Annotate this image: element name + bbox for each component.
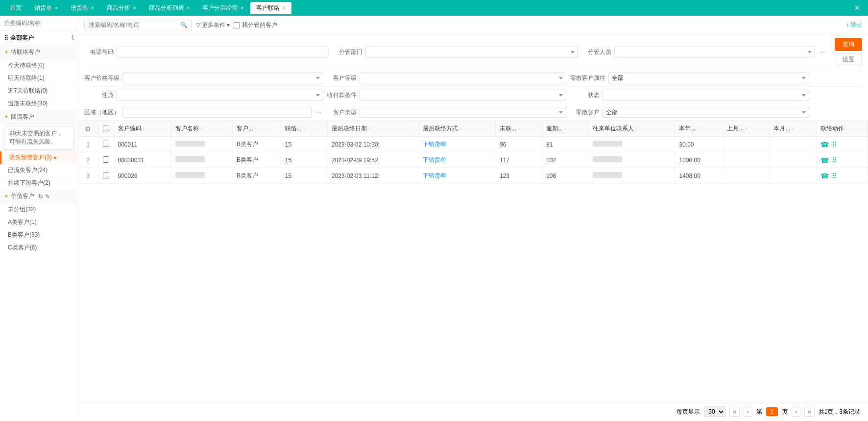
filter-phone-input[interactable] [117, 47, 329, 57]
nav-tab-analysis-list[interactable]: 商品分析列表 × [143, 2, 196, 14]
close-customer-tier-icon[interactable]: × [241, 5, 243, 11]
row-checkbox[interactable] [98, 152, 114, 168]
more-action-icon[interactable]: ⠿ [832, 156, 837, 164]
col-name[interactable]: 客户名称 [171, 121, 233, 137]
filter-dept-select[interactable] [365, 47, 578, 57]
filter-status-select[interactable] [603, 90, 809, 100]
first-page-btn[interactable]: « [729, 407, 740, 417]
row-action[interactable]: ☎ ⠿ [816, 137, 868, 152]
sidebar-item-today-contact[interactable]: 今天待联络(0) [0, 59, 78, 72]
filter-customer-grade-select[interactable] [360, 73, 566, 83]
col-contact[interactable]: 联络... [281, 121, 327, 137]
more-action-icon[interactable]: ⠿ [832, 141, 837, 149]
nav-tab-customer-tier[interactable]: 客户分层经营 × [196, 2, 249, 14]
row-select-checkbox[interactable] [103, 172, 109, 178]
row-last-way[interactable]: 下销货单 [419, 168, 496, 184]
sidebar-item-already-churned[interactable]: 已流失客户(24) [0, 164, 78, 177]
page-label-suffix: 页 [782, 408, 788, 416]
nav-tab-home[interactable]: 首页 [4, 2, 27, 14]
settings-button[interactable]: 设置 [835, 53, 862, 66]
close-analysis-icon[interactable]: × [133, 5, 136, 11]
nav-tab-sales[interactable]: 销货单 × [28, 2, 64, 14]
my-customers-filter[interactable]: 我分管的客户 [234, 21, 277, 29]
region-dots-icon[interactable]: ··· [314, 109, 323, 116]
prev-page-btn[interactable]: ‹ [744, 407, 752, 417]
sidebar-item-tomorrow-contact[interactable]: 明天待联络(1) [0, 72, 78, 85]
search-submit-icon[interactable]: 🔍 [180, 22, 188, 28]
row-checkbox[interactable] [98, 168, 114, 184]
sidebar-item-b-class[interactable]: B类客户(33) [0, 229, 78, 242]
sidebar-item-a-class[interactable]: A类客户(1) [0, 216, 78, 229]
filter-price-grade-select[interactable] [122, 73, 323, 83]
row-unit-contact [589, 152, 675, 168]
sidebar-item-7day-contact[interactable]: 近7天待联络(0) [0, 85, 78, 98]
col-settings[interactable]: ⚙ [78, 121, 98, 137]
row-last-way[interactable]: 下销货单 [419, 152, 496, 168]
filter-retail-customer-select[interactable]: 全部 [603, 107, 809, 118]
filter-person-select[interactable] [614, 47, 815, 57]
col-this-month[interactable]: 本月... [770, 121, 816, 137]
close-customer-contact-icon[interactable]: × [283, 5, 286, 11]
row-checkbox[interactable] [98, 137, 114, 152]
filter-region-input[interactable] [122, 107, 312, 118]
sidebar-item-declining[interactable]: 持续下滑客户(2) [0, 177, 78, 190]
last-page-btn[interactable]: » [804, 407, 815, 417]
filter-retail-attr-select[interactable]: 全部 [608, 73, 809, 83]
more-action-icon[interactable]: ⠿ [832, 172, 837, 180]
page-size-select[interactable]: 50 [704, 406, 725, 417]
more-conditions-btn[interactable]: ▽ 更多条件 ▾ [196, 21, 230, 29]
row-contact: 15 [281, 152, 327, 168]
sidebar-item-churn-warning[interactable]: 流失预警客户(3) ● [0, 151, 78, 164]
row-last-way-link[interactable]: 下销货单 [423, 141, 446, 148]
row-last-way-link[interactable]: 下销货单 [423, 172, 446, 179]
more-dots-icon[interactable]: ··· [818, 49, 827, 55]
sidebar-item-c-class[interactable]: C类客户(6) [0, 242, 78, 254]
close-purchase-icon[interactable]: × [91, 5, 94, 11]
close-sales-icon[interactable]: × [55, 5, 58, 11]
col-type[interactable]: 客户... [232, 121, 281, 137]
group-pending-contact[interactable]: ▼ 待联络客户 [0, 46, 78, 59]
next-page-btn[interactable]: › [792, 407, 800, 417]
nav-tab-purchase[interactable]: 进货单 × [65, 2, 100, 14]
contact-icon[interactable]: ☎ [820, 156, 829, 164]
filter-payment-select[interactable] [360, 90, 566, 100]
col-last-contact-date[interactable]: 最后联络日期 [327, 121, 418, 137]
row-action[interactable]: ☎ ⠿ [816, 152, 868, 168]
edit-icon[interactable]: ✎ [45, 193, 50, 200]
row-select-checkbox[interactable] [103, 141, 109, 147]
contact-icon[interactable]: ☎ [820, 172, 829, 180]
all-customers-header[interactable]: ⠿ 全部客户 《 [0, 31, 78, 46]
col-last-contact-way[interactable]: 最后联络方式 [419, 121, 496, 137]
col-overdue[interactable]: 逾期... [542, 121, 589, 137]
nav-tab-analysis[interactable]: 商品分析 × [101, 2, 142, 14]
filter-nature-select[interactable] [117, 90, 323, 100]
query-button[interactable]: 查询 [835, 38, 862, 51]
nav-tab-customer-contact[interactable]: 客户联络 × [250, 2, 291, 14]
export-btn[interactable]: ↑ 导出 [846, 21, 862, 29]
sidebar-item-overdue-contact[interactable]: 逾期未联络(30) [0, 98, 78, 110]
collapse-icon[interactable]: 《 [68, 34, 74, 42]
my-customers-checkbox[interactable] [234, 22, 240, 28]
col-this-year[interactable]: 本年... [675, 121, 723, 137]
col-not-contacted[interactable]: 未联... [495, 121, 542, 137]
refresh-icon[interactable]: ↻ [38, 193, 43, 200]
table-settings-icon[interactable]: ⚙ [85, 125, 91, 133]
sidebar-item-no-group[interactable]: 未分组(32) [0, 203, 78, 216]
row-last-way[interactable]: 下销货单 [419, 137, 496, 152]
group-value-customers[interactable]: ▼ 价值客户 ↻ ✎ [0, 190, 78, 203]
filter-retail-customer-label: 零散客户 [570, 108, 600, 117]
col-unit-contact[interactable]: 往来单位联系人 [589, 121, 675, 137]
window-close-icon[interactable]: ✕ [850, 2, 864, 14]
select-all-checkbox[interactable] [103, 125, 109, 131]
row-last-way-link[interactable]: 下销货单 [423, 156, 446, 163]
main-search-input[interactable] [89, 22, 178, 28]
group-returning-customers[interactable]: ▼ 回流客户 [0, 110, 78, 124]
col-last-month[interactable]: 上月... [723, 121, 770, 137]
col-code[interactable]: 客户编码 [114, 121, 171, 137]
close-analysis-list-icon[interactable]: × [187, 5, 190, 11]
row-action[interactable]: ☎ ⠿ [816, 168, 868, 184]
row-select-checkbox[interactable] [103, 156, 109, 163]
sidebar-search-input[interactable] [4, 20, 77, 26]
contact-icon[interactable]: ☎ [820, 141, 829, 149]
filter-customer-type-select[interactable] [360, 107, 566, 118]
